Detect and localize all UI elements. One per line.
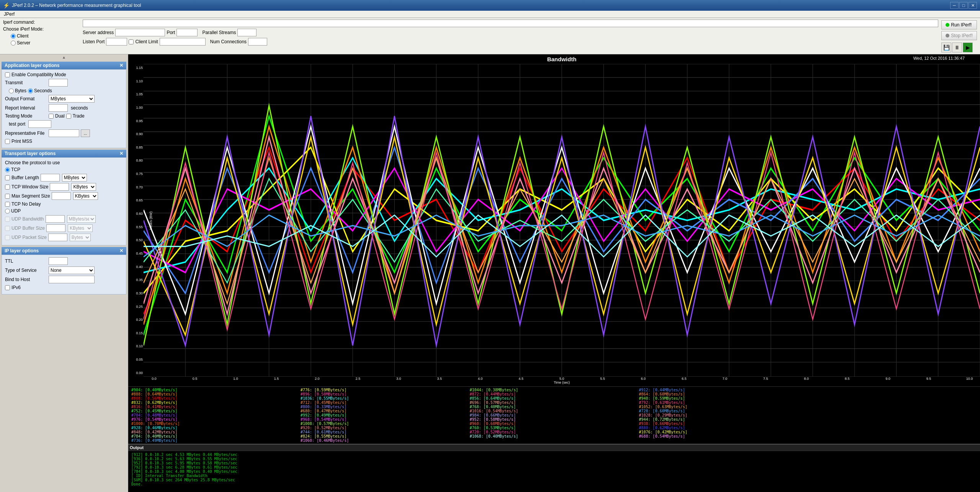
udp-buffer-size-input[interactable]: 41 [46,224,65,232]
udp-buffer-size-unit-select[interactable]: KBytes [68,224,93,232]
buffer-length-checkbox[interactable] [5,175,10,180]
tcp-window-size-unit-select[interactable]: KBytes MBytes [71,183,96,191]
ipv6-checkbox[interactable] [5,285,10,290]
max-segment-size-checkbox[interactable] [5,194,10,199]
pause-button[interactable]: ⏸ [952,42,962,52]
app-icon: ⚡ [3,2,10,8]
client-radio[interactable] [11,34,16,39]
menu-jperf[interactable]: JPerf [2,11,17,18]
max-segment-size-label[interactable]: Max Segment Size [5,193,50,199]
app-layer-header[interactable]: Application layer options ✕ [2,62,126,69]
representative-file-input[interactable] [49,129,79,137]
output-line-6: [SUM] 0.0-10.3 sec 264 MBytes 25.8 MByte… [131,478,977,482]
stop-iperf-button[interactable]: Stop IPerf! [941,31,977,40]
bytes-radio-label[interactable]: Bytes [9,88,26,93]
y-label-030: 0.30 [136,291,143,295]
udp-buffer-size-checkbox[interactable] [5,226,10,231]
output-area[interactable]: [912] 0.0-10.2 sec 4.53 MBytes 0.44 MByt… [128,451,980,492]
run-iperf-button[interactable]: Run IPerf! [941,20,977,29]
legend-item: #968: [0.54MBytes/s] [301,417,469,422]
x-label-0: 0.0 [144,377,165,381]
y-label-080: 0.80 [136,159,143,162]
legend-item: #728: [0.60MBytes/s] [639,409,808,413]
transmit-label: Transmit [5,80,47,85]
print-mss-label[interactable]: Print MSS [5,139,32,144]
output-line-5: [ ID] Interval Transfer Bandwidth [131,474,977,478]
y-label-025: 0.25 [136,305,143,309]
ipv6-label[interactable]: IPv6 [5,285,21,290]
udp-radio[interactable] [5,209,10,214]
udp-bandwidth-checkbox[interactable] [5,217,10,222]
seconds-radio-label[interactable]: Seconds [28,88,52,93]
num-connections-input[interactable]: 0 [248,38,267,46]
dual-checkbox[interactable] [49,114,54,119]
server-address-input[interactable]: 10.10.2.2 [115,29,165,36]
legend-item: #792: [0.61MBytes/s] [639,400,808,405]
output-format-select[interactable]: MBytes KBytes Bytes [49,95,95,103]
server-radio[interactable] [11,41,16,46]
ip-layer-header[interactable]: IP layer options ✕ [2,247,126,255]
report-interval-input[interactable]: 1 [49,104,68,112]
dual-label[interactable]: Dual [49,113,65,119]
play-button[interactable]: ▶ [963,42,973,52]
transport-layer-header[interactable]: Transport layer options ✕ [2,150,126,157]
iperf-command-label: Iperf command: [3,20,41,25]
trade-label[interactable]: Trade [66,113,85,119]
representative-file-label: Representative File [5,131,47,136]
bind-to-host-label: Bind to Host [5,277,47,282]
server-radio-label[interactable]: Server [11,40,30,46]
tos-select[interactable]: None [49,266,95,274]
tos-label: Type of Service [5,268,47,273]
buffer-length-label[interactable]: Buffer Length [5,175,39,180]
minimize-button[interactable]: ─ [950,2,959,9]
tcp-no-delay-label[interactable]: TCP No Delay [5,201,41,207]
close-button[interactable]: ✕ [969,2,977,9]
enable-compat-label[interactable]: Enable Compatibility Mode [5,72,66,77]
enable-compat-text: Enable Compatibility Mode [11,72,66,77]
maximize-button[interactable]: □ [959,2,968,9]
buffer-length-unit-select[interactable]: MBytes KBytes [62,174,87,181]
udp-packet-size-checkbox[interactable] [5,235,10,240]
output-line-4: [784] 0.0-10.3 sec 4.08 MBytes 0.40 MByt… [131,469,977,474]
print-mss-checkbox[interactable] [5,139,10,144]
bytes-radio[interactable] [9,88,14,93]
max-segment-size-input[interactable]: 1 [52,192,71,200]
stop-dot-icon [946,34,949,38]
parallel-streams-input[interactable]: 50 [237,29,256,36]
legend-item: #940: [0.59MBytes/s] [639,396,808,400]
udp-packet-size-unit-select[interactable]: Bytes [70,234,91,241]
udp-packet-size-input[interactable]: 1,500 [48,234,67,241]
tcp-radio[interactable] [5,167,10,172]
test-port-label: test port [9,121,25,127]
udp-bandwidth-input[interactable]: 1 [46,215,65,223]
max-segment-size-unit-select[interactable]: KBytes MBytes [73,192,98,200]
enable-compat-checkbox[interactable] [5,72,10,77]
legend-item: #808: [0.56MBytes/s] [131,396,300,400]
client-limit-checkbox[interactable] [129,39,134,44]
ttl-input[interactable]: 1 [49,257,68,265]
x-label-95: 9.5 [918,377,939,381]
seconds-radio[interactable] [28,88,33,93]
tcp-radio-label[interactable]: TCP [5,167,20,172]
client-radio-label[interactable]: Client [11,33,29,39]
port-input[interactable]: 5.001 [176,29,198,36]
tcp-window-size-checkbox[interactable] [5,185,10,190]
x-label-10: 1.0 [225,377,246,381]
legend-col5 [808,388,977,443]
test-port-input[interactable]: 5.001 [28,120,51,128]
legend-item: #938: [0.66MBytes/s] [639,422,808,426]
trade-checkbox[interactable] [66,114,71,119]
save-button[interactable]: 💾 [941,42,951,52]
udp-radio-label[interactable]: UDP [5,208,21,214]
buffer-length-input[interactable]: 2 [41,174,60,181]
browse-button[interactable]: ... [81,129,90,137]
listen-port-input[interactable]: 5.001 [106,38,127,46]
bind-to-host-input[interactable] [49,276,95,283]
transmit-input[interactable]: 10 [49,79,68,87]
tcp-window-size-input[interactable]: 56 [50,183,69,191]
udp-bandwidth-unit-select[interactable]: MBytes/sec [67,215,96,223]
tcp-no-delay-checkbox[interactable] [5,202,10,207]
iperf-command-input[interactable]: bin/iperf.exe -c 10.10.2.2 -P 50 -i 1 -p… [83,20,938,27]
tcp-window-size-label[interactable]: TCP Window Size [5,184,48,190]
client-limit-input[interactable] [160,38,206,46]
